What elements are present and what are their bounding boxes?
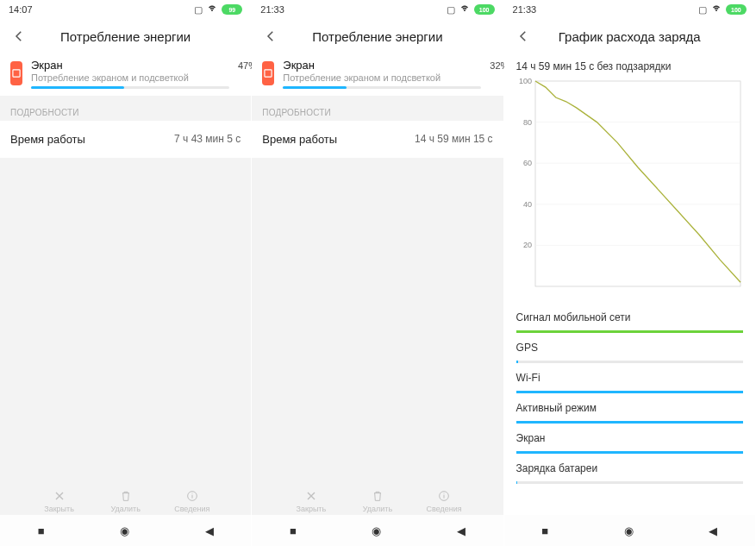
signal-item[interactable]: Активный режим (504, 393, 755, 424)
status-time: 21:33 (513, 4, 537, 15)
sim-icon: ▢ (447, 4, 455, 16)
app-row-screen[interactable]: Экран Потребление экраном и подсветкой 4… (0, 53, 251, 96)
signal-bar (516, 481, 743, 484)
android-navbar: ■ ◉ ◀ (0, 515, 251, 546)
page-title: Потребление энергии (0, 29, 251, 44)
signal-list: Сигнал мобильной сетиGPSWi-FiАктивный ре… (504, 303, 755, 484)
signal-item[interactable]: Экран (504, 424, 755, 454)
signal-label: GPS (516, 342, 743, 354)
svg-rect-2 (265, 70, 272, 77)
pane-battery-graph: 21:33 ▢ 100 График расхода заряда 14 ч 5… (504, 0, 756, 546)
nav-recent[interactable]: ■ (38, 524, 45, 537)
detail-row-runtime: Время работы 7 ч 43 мин 5 с (0, 121, 251, 158)
app-name: Экран (283, 59, 481, 72)
nav-back[interactable]: ◀ (457, 524, 465, 537)
page-title: График расхода заряда (504, 29, 755, 44)
bottom-toolbar: Закрыть Удалить Сведения (0, 484, 251, 515)
section-details: ПОДРОБНОСТИ (0, 96, 251, 121)
status-bar: 14:07 ▢ 99 (0, 0, 251, 19)
status-time: 14:07 (9, 4, 33, 15)
wifi-icon (207, 3, 217, 16)
app-progress (31, 86, 229, 89)
signal-item[interactable]: Wi-Fi (504, 363, 755, 393)
signal-label: Wi-Fi (516, 372, 743, 384)
tool-delete[interactable]: Удалить (352, 489, 403, 513)
svg-text:20: 20 (523, 241, 532, 249)
chart-subtitle: 14 ч 59 мин 15 с без подзарядки (504, 53, 755, 76)
wifi-icon (459, 3, 470, 16)
svg-text:40: 40 (523, 200, 532, 209)
pane-energy-2: 21:33 ▢ 100 Потребление энергии Экран По… (252, 0, 503, 546)
tool-info[interactable]: Сведения (418, 489, 470, 513)
app-row-screen[interactable]: Экран Потребление экраном и подсветкой 3… (252, 53, 503, 96)
header: График расхода заряда (504, 19, 755, 53)
signal-item[interactable]: GPS (504, 333, 755, 363)
bottom-toolbar: Закрыть Удалить Сведения (252, 484, 503, 515)
signal-label: Зарядка батареи (516, 462, 743, 474)
battery-chart: 20406080100 (504, 76, 755, 303)
app-name: Экран (31, 59, 229, 72)
app-progress (283, 86, 481, 89)
battery-pill: 99 (222, 4, 242, 15)
section-details: ПОДРОБНОСТИ (252, 96, 503, 121)
detail-value: 14 ч 59 мин 15 с (415, 133, 493, 146)
detail-row-runtime: Время работы 14 ч 59 мин 15 с (252, 121, 503, 158)
sim-icon: ▢ (698, 4, 707, 16)
sim-icon: ▢ (194, 4, 203, 16)
signal-label: Активный режим (516, 402, 743, 414)
header: Потребление энергии (252, 19, 503, 53)
svg-text:80: 80 (523, 118, 532, 127)
signal-bar (516, 391, 743, 393)
tool-close[interactable]: Закрыть (285, 489, 337, 513)
signal-bar (516, 330, 743, 333)
signal-bar (516, 421, 743, 424)
nav-recent[interactable]: ■ (541, 524, 548, 537)
back-button[interactable] (10, 28, 28, 45)
nav-home[interactable]: ◉ (372, 524, 381, 537)
svg-text:60: 60 (523, 159, 532, 167)
android-navbar: ■ ◉ ◀ (504, 515, 755, 546)
pane-energy-1: 14:07 ▢ 99 Потребление энергии Экран Пот… (0, 0, 252, 546)
nav-back[interactable]: ◀ (709, 524, 717, 537)
page-title: Потребление энергии (252, 29, 503, 44)
header: Потребление энергии (0, 19, 251, 53)
battery-pill: 100 (474, 4, 495, 15)
screen-icon (10, 61, 22, 85)
tool-close[interactable]: Закрыть (34, 489, 85, 513)
signal-item[interactable]: Сигнал мобильной сети (504, 303, 755, 333)
nav-home[interactable]: ◉ (120, 524, 129, 537)
back-button[interactable] (515, 28, 532, 45)
signal-bar (516, 361, 743, 363)
signal-item[interactable]: Зарядка батареи (504, 454, 755, 484)
svg-rect-0 (13, 70, 20, 77)
nav-recent[interactable]: ■ (290, 524, 297, 537)
nav-home[interactable]: ◉ (624, 524, 634, 537)
back-button[interactable] (262, 28, 279, 45)
tool-info[interactable]: Сведения (166, 489, 218, 513)
battery-pill: 100 (726, 4, 747, 15)
nav-back[interactable]: ◀ (205, 524, 214, 537)
app-subtitle: Потребление экраном и подсветкой (31, 72, 229, 83)
svg-text:100: 100 (519, 77, 532, 85)
signal-label: Экран (516, 432, 743, 444)
signal-label: Сигнал мобильной сети (516, 311, 743, 323)
android-navbar: ■ ◉ ◀ (252, 515, 503, 546)
status-bar: 21:33 ▢ 100 (504, 0, 755, 19)
app-subtitle: Потребление экраном и подсветкой (283, 72, 481, 83)
status-bar: 21:33 ▢ 100 (252, 0, 503, 19)
screen-icon (262, 61, 274, 85)
detail-label: Время работы (262, 133, 337, 146)
svg-rect-4 (535, 81, 740, 286)
signal-bar (516, 451, 743, 454)
wifi-icon (711, 3, 722, 16)
detail-value: 7 ч 43 мин 5 с (174, 133, 241, 146)
tool-delete[interactable]: Удалить (100, 489, 152, 513)
status-time: 21:33 (260, 4, 284, 15)
detail-label: Время работы (10, 133, 85, 146)
